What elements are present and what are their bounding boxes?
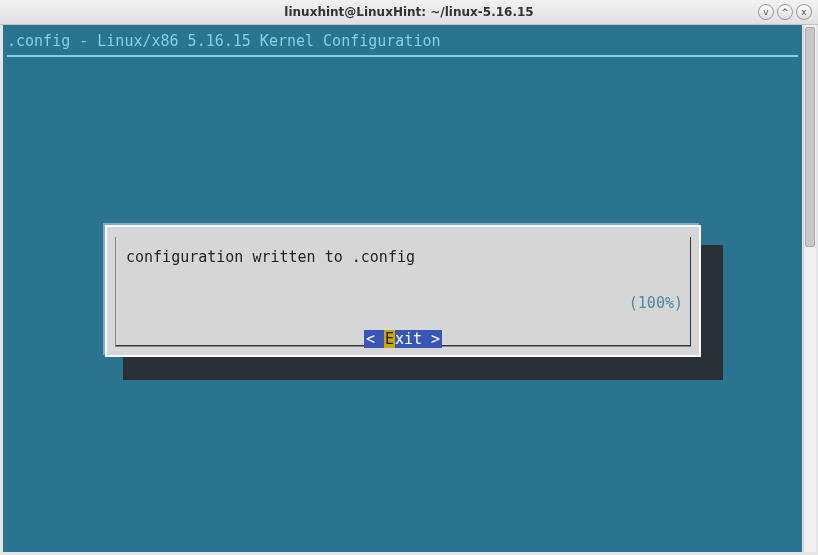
dialog-percent: (100%) xyxy=(627,293,685,313)
maximize-icon[interactable]: ^ xyxy=(777,4,793,20)
exit-hotkey: E xyxy=(384,330,395,348)
confirmation-dialog: configuration written to .config (100%) … xyxy=(105,225,701,357)
scrollbar[interactable] xyxy=(803,25,816,552)
scrollbar-thumb[interactable] xyxy=(805,27,815,247)
terminal-area: .config - Linux/x86 5.16.15 Kernel Confi… xyxy=(3,25,802,552)
minimize-icon[interactable]: v xyxy=(758,4,774,20)
window-titlebar: linuxhint@LinuxHint: ~/linux-5.16.15 v ^… xyxy=(0,0,818,25)
dialog-button-row: < Exit > xyxy=(107,329,699,349)
window-controls: v ^ x xyxy=(758,4,812,20)
close-icon[interactable]: x xyxy=(796,4,812,20)
config-title: .config - Linux/x86 5.16.15 Kernel Confi… xyxy=(3,25,802,51)
exit-bracket-open: < xyxy=(366,330,384,348)
exit-button[interactable]: < Exit > xyxy=(364,330,442,348)
window-title: linuxhint@LinuxHint: ~/linux-5.16.15 xyxy=(284,5,533,19)
header-rule xyxy=(7,55,798,57)
dialog-message: configuration written to .config xyxy=(126,247,415,267)
exit-rest: xit > xyxy=(395,330,440,348)
